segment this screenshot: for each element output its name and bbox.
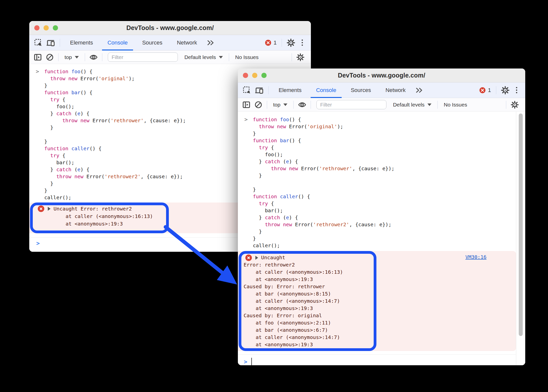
console-sidebar-icon[interactable] (32, 52, 43, 63)
tab-elements[interactable]: Elements (64, 35, 100, 50)
window-titlebar[interactable]: DevTools - www.google.com/ (29, 21, 311, 35)
error-first-line: Uncaught (261, 254, 285, 261)
context-selector-value: top (273, 102, 280, 108)
chevron-down-icon (219, 56, 223, 58)
error-stack-text: Uncaught Error: rethrower2 at caller (<a… (54, 205, 153, 228)
tab-network[interactable]: Network (170, 35, 204, 50)
window-titlebar[interactable]: DevTools - www.google.com/ (238, 68, 525, 82)
divider (437, 101, 438, 109)
console-settings-gear-icon[interactable] (295, 52, 306, 63)
tab-sources[interactable]: Sources (344, 82, 377, 98)
chevron-down-icon (283, 104, 287, 106)
inspect-element-icon[interactable] (241, 85, 252, 96)
context-selector-value: top (65, 54, 72, 60)
divider (267, 101, 267, 109)
settings-gear-icon[interactable] (500, 85, 511, 96)
issues-counter[interactable]: No Issues (441, 102, 470, 108)
filter-input[interactable] (316, 100, 386, 109)
echo-prompt-chevron: > (238, 116, 253, 249)
source-location-link[interactable]: VM30:16 (465, 254, 486, 260)
devtools-window-2: DevTools - www.google.com/ Elements Cons… (238, 68, 525, 365)
divider (506, 101, 506, 109)
toggle-device-toolbar-icon[interactable] (45, 37, 56, 48)
devtools-tab-strip: Elements Console Sources Network 1 (29, 35, 311, 50)
console-prompt-chevron: > (36, 240, 40, 246)
divider (229, 53, 229, 61)
divider (60, 39, 60, 47)
divider (292, 53, 292, 61)
expand-triangle-icon[interactable] (255, 256, 258, 260)
error-stack-text: Error: rethrower2 at caller (<anonymous>… (244, 261, 516, 348)
console-messages-area[interactable]: > function foo() { throw new Error('orig… (238, 112, 525, 365)
echo-prompt-chevron: > (29, 68, 44, 201)
error-icon (245, 254, 252, 261)
issues-label: No Issues (444, 102, 467, 108)
devtools-tab-strip: Elements Console Sources Network 1 (238, 82, 525, 98)
console-toolbar: top Default levels No Issues (238, 98, 525, 112)
live-expression-eye-icon[interactable] (297, 99, 308, 110)
toggle-device-toolbar-icon[interactable] (254, 85, 265, 96)
console-prompt-chevron: > (244, 358, 247, 365)
scrollbar-thumb[interactable] (519, 114, 523, 336)
expand-triangle-icon[interactable] (48, 207, 51, 211)
tab-console[interactable]: Console (310, 82, 343, 98)
tab-network[interactable]: Network (379, 82, 412, 98)
chevron-down-icon (75, 56, 79, 58)
tab-sources[interactable]: Sources (136, 35, 169, 50)
text-caret (251, 358, 252, 365)
window-title: DevTools - www.google.com/ (29, 24, 311, 32)
console-error-row[interactable]: Uncaught Error: rethrower2 at caller (<a… (238, 251, 516, 351)
divider (85, 53, 85, 61)
divider (496, 86, 496, 94)
divider (311, 101, 311, 109)
issues-counter[interactable]: No Issues (232, 54, 261, 60)
more-tabs-icon[interactable] (205, 37, 216, 48)
divider (268, 86, 269, 94)
clear-console-icon[interactable] (253, 99, 264, 110)
error-count-badge[interactable]: 1 (263, 40, 278, 46)
log-levels-selector[interactable]: Default levels (181, 54, 226, 60)
error-count-badge[interactable]: 1 (478, 87, 492, 94)
log-levels-selector[interactable]: Default levels (390, 102, 434, 108)
inspect-element-icon[interactable] (33, 37, 44, 48)
console-code: function foo() { throw new Error('origin… (253, 116, 394, 249)
more-tabs-icon[interactable] (414, 85, 425, 96)
log-levels-value: Default levels (393, 102, 424, 108)
console-toolbar: top Default levels No Issues (29, 50, 311, 64)
tab-elements[interactable]: Elements (272, 82, 308, 98)
scrollbar-track[interactable] (516, 112, 525, 365)
error-icon (38, 206, 44, 212)
divider (102, 53, 102, 61)
console-settings-gear-icon[interactable] (509, 99, 520, 110)
context-selector[interactable]: top (62, 54, 82, 60)
divider (58, 53, 59, 61)
customize-devtools-icon[interactable] (298, 40, 306, 46)
tab-console[interactable]: Console (101, 35, 134, 50)
screenshot-canvas: DevTools - www.google.com/ Elements Cons (0, 0, 548, 392)
console-code: function foo() { throw new Error('origin… (44, 68, 186, 201)
customize-devtools-icon[interactable] (512, 87, 521, 93)
console-echo-entry: > function foo() { throw new Error('orig… (238, 112, 525, 249)
window-title: DevTools - www.google.com/ (238, 72, 525, 79)
filter-input[interactable] (108, 52, 178, 62)
error-count: 1 (274, 40, 277, 46)
context-selector[interactable]: top (270, 102, 290, 108)
log-levels-value: Default levels (184, 54, 216, 60)
error-count: 1 (488, 87, 491, 94)
chevron-down-icon (427, 104, 431, 106)
clear-console-icon[interactable] (44, 52, 55, 63)
console-input-row[interactable]: > (238, 354, 525, 365)
issues-label: No Issues (235, 54, 258, 60)
divider (293, 101, 294, 109)
settings-gear-icon[interactable] (285, 37, 296, 48)
console-sidebar-icon[interactable] (241, 99, 252, 110)
live-expression-eye-icon[interactable] (88, 52, 99, 63)
divider (282, 39, 282, 47)
